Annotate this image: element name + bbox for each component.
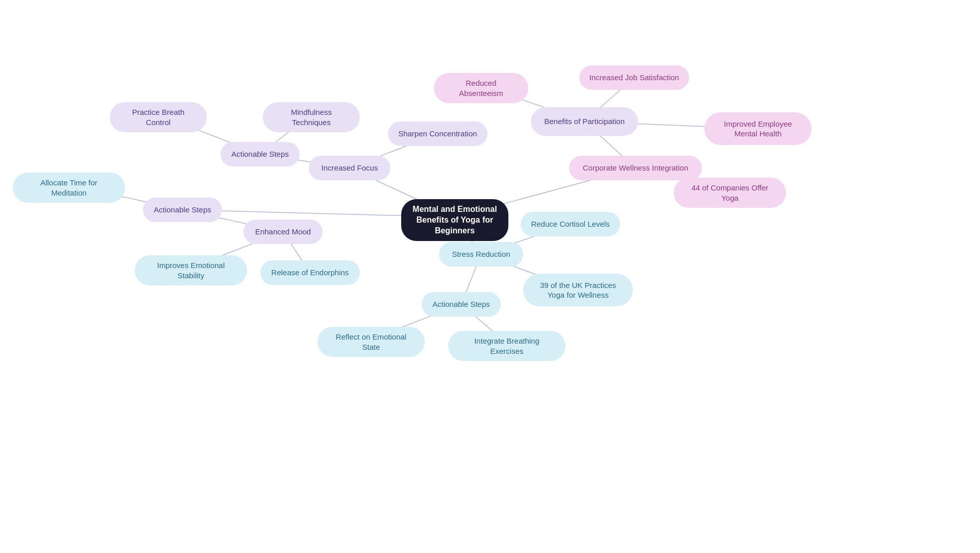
node-stress-reduction[interactable]: Stress Reduction — [439, 242, 523, 267]
node-mindfulness[interactable]: Mindfulness Techniques — [263, 102, 360, 132]
node-allocate-time[interactable]: Allocate Time for Meditation — [13, 173, 125, 203]
node-practice-breath[interactable]: Practice Breath Control — [110, 102, 207, 132]
node-increased-job-satisfaction[interactable]: Increased Job Satisfaction — [579, 65, 689, 90]
node-center[interactable]: Mental and Emotional Benefits of Yoga fo… — [401, 199, 508, 241]
node-corporate-wellness[interactable]: Corporate Wellness Integration — [569, 156, 702, 180]
node-actionable-steps-stress[interactable]: Actionable Steps — [422, 292, 501, 317]
node-improves-emotional[interactable]: Improves Emotional Stability — [135, 255, 247, 285]
node-39-uk[interactable]: 39 of the UK Practices Yoga for Wellness — [523, 274, 633, 306]
node-integrate-breathing[interactable]: Integrate Breathing Exercises — [448, 331, 566, 361]
node-increased-focus[interactable]: Increased Focus — [309, 156, 390, 180]
node-actionable-steps-focus[interactable]: Actionable Steps — [220, 142, 300, 166]
node-reduce-cortisol[interactable]: Reduce Cortisol Levels — [521, 212, 620, 236]
node-release-endorphins[interactable]: Release of Endorphins — [260, 260, 360, 285]
node-sharpen-concentration[interactable]: Sharpen Concentration — [388, 122, 487, 146]
node-reduced-absenteeism[interactable]: Reduced Absenteeism — [434, 73, 528, 103]
node-44-companies[interactable]: 44 of Companies Offer Yoga — [674, 178, 786, 208]
node-improved-employee-mental[interactable]: Improved Employee Mental Health — [704, 112, 812, 145]
node-enhanced-mood[interactable]: Enhanced Mood — [243, 220, 323, 244]
node-benefits-participation[interactable]: Benefits of Participation — [531, 107, 638, 136]
node-actionable-steps-mood[interactable]: Actionable Steps — [143, 198, 222, 222]
mindmap-container: Mental and Emotional Benefits of Yoga fo… — [0, 0, 980, 553]
node-reflect-emotional[interactable]: Reflect on Emotional State — [317, 327, 425, 357]
